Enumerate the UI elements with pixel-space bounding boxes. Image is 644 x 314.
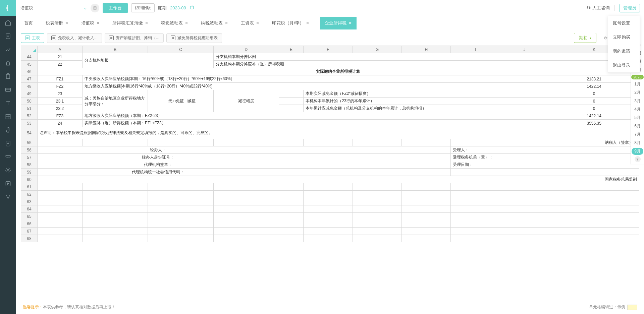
row-number[interactable]: 52: [21, 112, 38, 120]
cell[interactable]: [304, 228, 353, 235]
row-number[interactable]: 53: [21, 120, 38, 127]
cell[interactable]: [148, 191, 213, 198]
cell[interactable]: 1422.14: [549, 83, 639, 90]
cell[interactable]: 分支机构本期分摊应补（退）所得税额: [213, 61, 639, 68]
row-number[interactable]: 62: [21, 191, 38, 198]
user-menu-item[interactable]: 退出登录: [608, 58, 640, 72]
nav-inbox-icon[interactable]: [0, 150, 16, 164]
cell[interactable]: 受理人：: [451, 146, 639, 154]
cell[interactable]: [83, 235, 148, 242]
nav-play-icon[interactable]: [0, 177, 16, 190]
cell[interactable]: [37, 235, 82, 242]
cell[interactable]: [304, 198, 353, 205]
cell[interactable]: [83, 213, 148, 220]
cell[interactable]: [549, 235, 639, 242]
row-number[interactable]: 50: [21, 98, 38, 105]
cell[interactable]: [83, 139, 148, 146]
cell[interactable]: [402, 228, 451, 235]
cell[interactable]: [279, 154, 451, 161]
month-down-icon[interactable]: ▼: [635, 156, 641, 162]
cell[interactable]: 实际缴纳企业所得税计算: [37, 68, 639, 75]
cell[interactable]: [279, 90, 303, 98]
cell[interactable]: 减征幅度: [213, 90, 279, 112]
row-number[interactable]: 46: [21, 68, 38, 75]
close-icon[interactable]: ✕: [225, 21, 228, 25]
module-dropdown[interactable]: 增值税 ⌄: [20, 5, 87, 11]
column-header[interactable]: A: [37, 46, 82, 53]
cell[interactable]: [37, 220, 82, 228]
row-number[interactable]: 48: [21, 83, 38, 90]
cell[interactable]: [304, 235, 353, 242]
month-item[interactable]: 3月: [634, 98, 641, 105]
cell[interactable]: [402, 191, 451, 198]
nav-card-icon[interactable]: [0, 83, 16, 97]
page-tab[interactable]: 企业所得税✕: [320, 17, 357, 29]
cell[interactable]: [83, 183, 148, 191]
cell[interactable]: [148, 205, 213, 213]
page-tab[interactable]: 增值税✕: [79, 17, 102, 29]
cell[interactable]: 地方级收入应纳税额[本期16行*40%或（18行+20行）*40%或22行*40…: [83, 83, 549, 90]
nav-settings-icon[interactable]: [0, 164, 16, 177]
cell[interactable]: [279, 213, 303, 220]
cell[interactable]: 23.2: [37, 105, 82, 112]
cell[interactable]: [353, 228, 401, 235]
cell[interactable]: [402, 213, 451, 220]
cell[interactable]: [279, 98, 303, 105]
cell[interactable]: 代理机构统一社会信用代码：: [37, 169, 279, 176]
cell[interactable]: 本机构本年累计的（23行的本年累计）: [304, 98, 549, 105]
row-number[interactable]: 55: [21, 139, 38, 146]
month-item[interactable]: 8月: [634, 139, 641, 146]
cell[interactable]: [500, 213, 549, 220]
cell[interactable]: 0: [549, 90, 639, 98]
cell[interactable]: [451, 139, 500, 146]
cell[interactable]: [500, 183, 549, 191]
cell[interactable]: [279, 161, 451, 169]
page-tab[interactable]: 税表清册✕: [44, 17, 70, 29]
cell[interactable]: 分支机构填报: [83, 53, 214, 68]
page-tab[interactable]: 纳税波动表✕: [199, 17, 230, 29]
calendar-icon[interactable]: [190, 5, 194, 11]
cell[interactable]: [500, 228, 549, 235]
cell[interactable]: [304, 191, 353, 198]
cell[interactable]: [213, 213, 279, 220]
cell[interactable]: 经办人身份证号：: [37, 154, 279, 161]
user-menu-item[interactable]: 账号设置: [608, 16, 640, 30]
row-number[interactable]: 58: [21, 161, 38, 169]
cell[interactable]: 本期实际减免金额（FZ2*减征幅度）: [304, 90, 549, 98]
admin-button[interactable]: 管理员: [620, 4, 640, 12]
nav-grid-icon[interactable]: [0, 110, 16, 123]
month-item[interactable]: 6月: [634, 123, 641, 130]
cell[interactable]: 3555.35: [549, 120, 639, 127]
cell[interactable]: [279, 146, 451, 154]
spreadsheet-area[interactable]: ABCDEFGHIJK 4421分支机构填报分支机构本期分摊比例4522分支机构…: [16, 46, 644, 300]
cell[interactable]: [279, 105, 303, 112]
close-icon[interactable]: ✕: [65, 21, 68, 25]
cell[interactable]: 经办人：: [37, 146, 279, 154]
close-icon[interactable]: ✕: [306, 21, 309, 25]
cell[interactable]: [213, 139, 279, 146]
cell[interactable]: [353, 191, 401, 198]
cell[interactable]: [451, 183, 500, 191]
cell[interactable]: [83, 198, 148, 205]
cell[interactable]: [279, 220, 303, 228]
row-number[interactable]: 64: [21, 205, 38, 213]
cell[interactable]: [83, 205, 148, 213]
cell[interactable]: [279, 228, 303, 235]
cell[interactable]: 23.1: [37, 98, 82, 105]
row-number[interactable]: 63: [21, 198, 38, 205]
cell[interactable]: 22: [37, 61, 82, 68]
nav-clipboard-icon[interactable]: [0, 70, 16, 83]
nav-doc-icon[interactable]: [0, 29, 16, 43]
cell[interactable]: [213, 228, 279, 235]
cell[interactable]: [83, 220, 148, 228]
cell[interactable]: [402, 235, 451, 242]
nav-bag-icon[interactable]: [0, 56, 16, 70]
row-number[interactable]: 68: [21, 235, 38, 242]
cell[interactable]: [451, 205, 500, 213]
cell[interactable]: [353, 183, 401, 191]
cell[interactable]: [549, 228, 639, 235]
month-item[interactable]: 5月: [634, 114, 641, 121]
switch-old-button[interactable]: 切到旧版: [131, 3, 155, 12]
cell[interactable]: [451, 169, 639, 176]
month-item[interactable]: 7月: [634, 131, 641, 138]
